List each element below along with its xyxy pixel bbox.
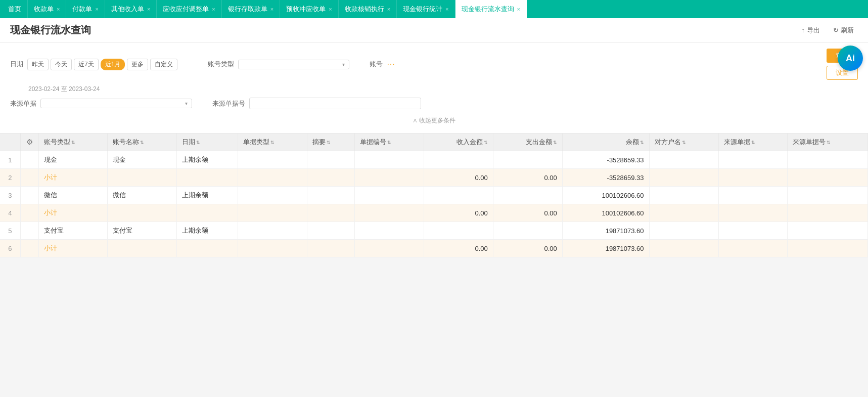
table-cell [788, 187, 868, 204]
col-expense[interactable]: 支出金额⇅ [493, 134, 562, 151]
col-doc-num[interactable]: 单据编号⇅ [354, 134, 424, 151]
account-more-icon[interactable]: ··· [387, 60, 395, 69]
top-navigation: 首页 收款单 × 付款单 × 其他收入单 × 应收应付调整单 × 银行存取款单 … [0, 0, 868, 18]
date-buttons: 昨天 今天 近7天 近1月 更多 自定义 [27, 59, 177, 70]
col-account-name[interactable]: 账号名称⇅ [108, 134, 177, 151]
table-cell: 微信 [38, 187, 108, 204]
sort-icon: ⇅ [270, 140, 275, 145]
table-cell [108, 169, 177, 187]
col-summary[interactable]: 摘要⇅ [307, 134, 354, 151]
refresh-button[interactable]: ↻ 刷新 [829, 24, 858, 37]
nav-collection[interactable]: 收款核销执行 × [339, 0, 397, 18]
table-cell: -3528659.33 [562, 151, 649, 169]
table-cell [424, 187, 493, 204]
table-row: 6小计0.000.0019871073.60 [0, 240, 868, 257]
source-doc-num-input[interactable] [249, 98, 421, 109]
table-cell [20, 169, 38, 187]
table-cell: 19871073.60 [562, 222, 649, 240]
table-cell [424, 222, 493, 240]
account-type-select[interactable]: ▾ [238, 60, 349, 69]
table-cell [238, 151, 307, 169]
nav-payment[interactable]: 付款单 × [66, 0, 105, 18]
close-icon[interactable]: × [147, 6, 150, 12]
table-cell [788, 240, 868, 257]
table-header-row: ⚙ 账号类型⇅ 账号名称⇅ 日期⇅ 单据类型⇅ 摘要⇅ 单据编号 [0, 134, 868, 151]
table-cell [177, 240, 238, 257]
col-source-doc-num[interactable]: 来源单据号⇅ [788, 134, 868, 151]
date-btn-more[interactable]: 更多 [127, 59, 148, 70]
export-button[interactable]: ↑ 导出 [798, 24, 825, 37]
export-icon: ↑ [802, 26, 805, 34]
close-icon[interactable]: × [270, 6, 273, 12]
table-cell: 0.00 [424, 240, 493, 257]
filter-row-2: 来源单据 ▾ 来源单据号 [10, 98, 858, 109]
table-cell [649, 240, 718, 257]
table-cell [177, 204, 238, 222]
nav-receipt[interactable]: 收款单 × [28, 0, 66, 18]
close-icon[interactable]: × [57, 6, 60, 12]
date-filter-group: 日期 昨天 今天 近7天 近1月 更多 自定义 [10, 59, 177, 70]
table-cell: 现金 [108, 151, 177, 169]
nav-other-income[interactable]: 其他收入单 × [105, 0, 157, 18]
col-balance[interactable]: 余额⇅ [562, 134, 649, 151]
table-cell: 0.00 [493, 169, 562, 187]
date-btn-today[interactable]: 今天 [51, 59, 72, 70]
nav-prepay[interactable]: 预收冲应收单 × [280, 0, 338, 18]
table-cell [20, 151, 38, 169]
date-btn-custom[interactable]: 自定义 [150, 59, 177, 70]
table-cell: 上期余额 [177, 187, 238, 204]
col-date[interactable]: 日期⇅ [177, 134, 238, 151]
col-income[interactable]: 收入金额⇅ [424, 134, 493, 151]
col-counterpart[interactable]: 对方户名⇅ [649, 134, 718, 151]
close-icon[interactable]: × [445, 6, 448, 12]
table-cell [20, 222, 38, 240]
close-icon[interactable]: × [212, 6, 215, 12]
nav-cashflow[interactable]: 现金银行流水查询 × [455, 0, 527, 18]
table-cell: 2 [0, 169, 20, 187]
collapse-bar[interactable]: ∧ 收起更多条件 [10, 114, 858, 127]
table-cell [718, 187, 788, 204]
table-cell [307, 222, 354, 240]
table-cell [424, 151, 493, 169]
table-cell: 微信 [108, 187, 177, 204]
nav-bank-deposit[interactable]: 银行存取款单 × [222, 0, 280, 18]
table-cell [788, 222, 868, 240]
table-cell [354, 222, 424, 240]
account-filter-group: 账号 ··· [370, 60, 395, 69]
table-cell: 0.00 [493, 204, 562, 222]
table-cell [788, 151, 868, 169]
close-icon[interactable]: × [517, 6, 520, 12]
table-cell [649, 204, 718, 222]
col-account-type[interactable]: 账号类型⇅ [38, 134, 108, 151]
col-source-doc[interactable]: 来源单据⇅ [718, 134, 788, 151]
col-gear[interactable]: ⚙ [20, 134, 38, 151]
sort-icon: ⇅ [827, 140, 831, 145]
date-btn-7days[interactable]: 近7天 [74, 59, 99, 70]
table-container: ⚙ 账号类型⇅ 账号名称⇅ 日期⇅ 单据类型⇅ 摘要⇅ 单据编号 [0, 134, 868, 257]
ai-assistant-button[interactable]: Ai [838, 46, 863, 71]
sort-icon: ⇅ [71, 140, 75, 145]
table-cell: 小计 [38, 204, 108, 222]
close-icon[interactable]: × [387, 6, 390, 12]
table-row: 1现金现金上期余额-3528659.33 [0, 151, 868, 169]
table-cell [354, 187, 424, 204]
nav-home[interactable]: 首页 [2, 0, 28, 18]
filter-row-1: 日期 昨天 今天 近7天 近1月 更多 自定义 账号类型 ▾ 账号 ··· [10, 49, 858, 80]
date-btn-yesterday[interactable]: 昨天 [27, 59, 49, 70]
header-actions: ↑ 导出 ↻ 刷新 [798, 24, 858, 37]
table-cell [238, 204, 307, 222]
close-icon[interactable]: × [95, 6, 98, 12]
source-doc-num-label: 来源单据号 [212, 99, 245, 108]
table-cell [788, 169, 868, 187]
date-btn-1month[interactable]: 近1月 [101, 59, 125, 70]
col-doc-type[interactable]: 单据类型⇅ [238, 134, 307, 151]
source-doc-label: 来源单据 [10, 99, 36, 108]
nav-adjust[interactable]: 应收应付调整单 × [157, 0, 221, 18]
table-cell: 支付宝 [108, 222, 177, 240]
table-row: 4小计0.000.00100102606.60 [0, 204, 868, 222]
table-cell [788, 204, 868, 222]
table-cell [238, 169, 307, 187]
source-doc-select[interactable]: ▾ [40, 99, 192, 108]
close-icon[interactable]: × [329, 6, 332, 12]
nav-stats[interactable]: 现金银行统计 × [397, 0, 455, 18]
